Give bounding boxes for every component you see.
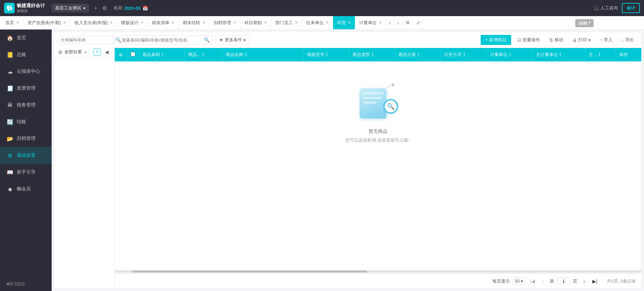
tab-period-carry[interactable]: 期末结转 ✕	[179, 16, 210, 30]
logo-area: 畅 畅捷通好会计 旗舰版	[4, 3, 48, 13]
tab-close-icon[interactable]: ✕	[295, 20, 298, 25]
tab-archive[interactable]: 归档管理 ✕	[210, 16, 240, 30]
add-product-button[interactable]: + 新增商品	[481, 35, 511, 45]
tab-close-icon[interactable]: ✕	[171, 20, 174, 25]
human-service-btn[interactable]: 🎧 人工咨询	[594, 5, 618, 11]
sidebar-item-close-accounts[interactable]: 🔄 结账	[0, 113, 52, 130]
sort-icon[interactable]: ▲▼	[509, 52, 512, 57]
tab-close-icon[interactable]: ✕	[264, 20, 267, 25]
tab-close-icon[interactable]: ✕	[202, 20, 205, 25]
next-page-btn[interactable]: ›	[580, 277, 588, 285]
per-page-select[interactable]: 50 ▾	[513, 278, 526, 285]
tab-balance-mid[interactable]: 资产负债表(中期) ✕	[23, 16, 70, 30]
col-main-extra[interactable]: 主... ▲▼	[585, 48, 616, 61]
tab-tax[interactable]: 税表清单 ✕	[148, 16, 179, 30]
sort-icon[interactable]: ▲▼	[326, 52, 328, 57]
company-selector[interactable]: 基层工会测试 ▾	[52, 4, 89, 12]
tab-close-icon[interactable]: ✕	[233, 20, 236, 25]
category-collapse-btn[interactable]: ◀	[103, 48, 110, 56]
sidebar-item-invoice[interactable]: 🧾 发票管理	[0, 80, 52, 97]
archive-icon: 📂	[7, 136, 13, 142]
sort-icon[interactable]: ▲▼	[417, 52, 420, 57]
category-search-input[interactable]	[58, 36, 114, 44]
export-btn[interactable]: ↓ 导出	[619, 35, 638, 45]
scrollbar-thumb[interactable]	[132, 271, 367, 273]
col-barcode[interactable]: 商品条码 ▲▼	[139, 48, 185, 61]
sort-icon[interactable]: ▲▼	[463, 52, 466, 57]
col-checkbox[interactable]	[127, 48, 139, 61]
settings-icon[interactable]: ⚙	[102, 5, 107, 11]
tab-contacts[interactable]: 往来单位 ✕	[302, 16, 333, 30]
col-type[interactable]: 商品类型 ▲▼	[349, 48, 395, 61]
col-price-method[interactable]: 计价方式 ▲▼	[441, 48, 487, 61]
tab-expand-btn[interactable]: ⤢	[413, 16, 424, 30]
tab-close-icon[interactable]: ✕	[379, 20, 382, 25]
last-page-btn[interactable]: ▶|	[591, 277, 599, 285]
sidebar-unpin-btn[interactable]: ◀取消固定	[0, 277, 52, 291]
col-main-unit[interactable]: 主计量单位 ▲▼	[532, 48, 585, 61]
tab-prev-btn[interactable]: ‹	[386, 16, 394, 30]
import-btn[interactable]: ↑ 导入	[597, 35, 616, 45]
sidebar-item-tax[interactable]: 🏛 税务管理	[0, 97, 52, 113]
sidebar-item-ledger[interactable]: 📒 总账	[0, 46, 52, 63]
col-unit[interactable]: 计量单位 ▲▼	[486, 48, 532, 61]
col-spec[interactable]: 规格型号 ▲▼	[303, 48, 349, 61]
page-suffix-label: 页	[573, 278, 577, 284]
sidebar-item-home[interactable]: 🏠 首页	[0, 30, 52, 46]
tab-next-btn[interactable]: ›	[394, 16, 402, 30]
tax-icon: 🏛	[7, 102, 13, 108]
sort-icon[interactable]: ▲▼	[245, 52, 247, 57]
col-settings[interactable]: ⚙	[115, 48, 127, 61]
move-btn[interactable]: ⇅ 移动	[546, 35, 567, 45]
tab-inventory[interactable]: 存货 ✕	[333, 16, 355, 30]
sort-icon[interactable]: ▲▼	[161, 52, 164, 57]
sidebar-item-basic-settings[interactable]: ⚙ 基础设置	[0, 147, 52, 164]
product-search-input[interactable]	[122, 38, 202, 43]
cloud-icon: ☁	[7, 68, 13, 75]
main-layout: 🏠 首页 📒 总账 ☁ 云报表中心 🧾 发票管理 🏛 税务管理 🔄 结账 📂 归…	[0, 30, 644, 291]
sidebar-item-cloud-report[interactable]: ☁ 云报表中心	[0, 63, 52, 80]
tab-template[interactable]: 模版设计 ✕	[117, 16, 148, 30]
tab-income-annual[interactable]: 收入支出表(年报) ✕	[70, 16, 117, 30]
category-edit-icon[interactable]: ✎	[94, 48, 101, 56]
tab-close-icon[interactable]: ✕	[16, 20, 19, 25]
tab-close-all-btn[interactable]: ✕	[402, 16, 413, 30]
per-page-label: 每页显示	[492, 278, 510, 284]
sidebar-item-archive[interactable]: 📂 归档管理	[0, 130, 52, 147]
col-category[interactable]: 商品分类 ▲▼	[395, 48, 441, 61]
tab-close-icon[interactable]: ✕	[110, 20, 113, 25]
page-number-input[interactable]	[557, 278, 570, 285]
tab-close-icon[interactable]: ✕	[63, 20, 66, 25]
kuaiji-button[interactable]: 会计	[622, 3, 640, 13]
tab-close-icon[interactable]: ✕	[326, 20, 329, 25]
tab-unit[interactable]: 计量单位 ✕	[355, 16, 386, 30]
sort-icon[interactable]: ▲▼	[371, 52, 374, 57]
add-tab-icon[interactable]: ＋	[93, 5, 98, 12]
batch-operation-btn[interactable]: ☑ 批量操作	[514, 35, 543, 45]
iam-badge: iAM *	[575, 19, 594, 27]
tab-dept-staff[interactable]: 部门员工 ✕	[271, 16, 302, 30]
col-code[interactable]: 商品... ▲▼	[185, 48, 222, 61]
print-btn[interactable]: 🖨 打印 ▾	[569, 35, 594, 45]
sidebar-item-member[interactable]: ◆ 畅会员	[0, 181, 52, 197]
filter-icon: ▼	[219, 38, 223, 43]
first-page-btn[interactable]: |◀	[528, 277, 536, 285]
tab-subject-init[interactable]: 科目期初 ✕	[240, 16, 271, 30]
col-name[interactable]: 商品名称 ▲▼	[222, 48, 303, 61]
prev-page-btn[interactable]: ‹	[539, 277, 547, 285]
select-all-checkbox[interactable]	[131, 52, 135, 56]
horizontal-scrollbar[interactable]	[115, 270, 641, 274]
sort-icon[interactable]: ▲▼	[202, 52, 205, 57]
calendar-icon[interactable]: 📅	[143, 6, 148, 11]
sort-icon[interactable]: ▲▼	[598, 52, 601, 57]
sidebar-item-new-guide[interactable]: 📖 新手引导	[0, 164, 52, 181]
filter-btn[interactable]: ▼ 更多条件 ▾	[215, 35, 250, 45]
sort-icon[interactable]: ▲▼	[559, 52, 562, 57]
chevron-down-icon: ▾	[83, 6, 86, 11]
tab-close-icon[interactable]: ✕	[141, 20, 144, 25]
tab-home[interactable]: 首页 ✕	[1, 16, 23, 30]
app-edition: 旗舰版	[17, 8, 45, 13]
invoice-icon: 🧾	[7, 85, 13, 92]
tab-close-icon[interactable]: ✕	[348, 20, 351, 25]
product-search-icon[interactable]: 🔍	[204, 37, 210, 43]
